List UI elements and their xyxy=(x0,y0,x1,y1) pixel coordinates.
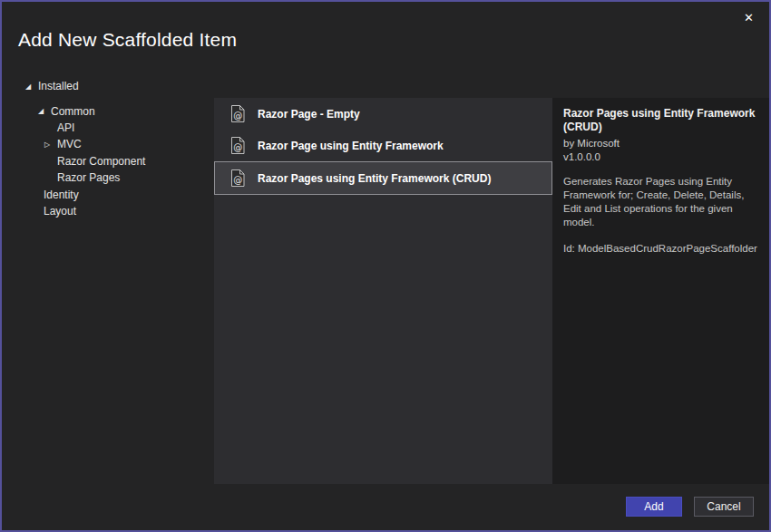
tree-item-label: Identity xyxy=(44,189,79,201)
list-item-razor-pages-ef-crud[interactable]: @ Razor Pages using Entity Framework (CR… xyxy=(214,161,552,195)
expander-expanded-icon[interactable]: ◢ xyxy=(38,107,51,115)
details-id: Id: ModelBasedCrudRazorPageScaffolder xyxy=(563,242,758,256)
razor-page-icon: @ xyxy=(230,169,246,188)
list-item-label: Razor Pages using Entity Framework (CRUD… xyxy=(258,172,491,185)
details-author: by Microsoft xyxy=(563,137,758,150)
details-version: v1.0.0.0 xyxy=(563,150,758,164)
tree-item-mvc[interactable]: ▷ MVC xyxy=(2,136,214,152)
category-tree: ◢ Installed ◢ Common API ▷ MVC Razor Com… xyxy=(2,78,214,480)
list-item-label: Razor Page - Empty xyxy=(258,108,360,121)
tree-item-label: Razor Component xyxy=(57,155,145,168)
tree-item-razor-pages[interactable]: Razor Pages xyxy=(2,169,214,186)
list-item-label: Razor Page using Entity Framework xyxy=(258,140,444,152)
list-item-razor-page-empty[interactable]: @ Razor Page - Empty xyxy=(214,98,552,130)
details-title: Razor Pages using Entity Framework (CRUD… xyxy=(563,107,758,134)
tree-item-label: MVC xyxy=(57,138,82,150)
expander-collapsed-icon[interactable]: ▷ xyxy=(44,140,57,149)
svg-text:@: @ xyxy=(233,175,242,185)
tree-item-label: API xyxy=(57,121,74,134)
tree-item-label: Layout xyxy=(44,205,76,218)
template-list: @ Razor Page - Empty @ Razor Page using … xyxy=(214,98,552,484)
tree-item-label: Common xyxy=(51,105,95,118)
cancel-button[interactable]: Cancel xyxy=(694,497,754,517)
tree-item-razor-component[interactable]: Razor Component xyxy=(2,153,214,169)
footer-buttons: Add Cancel xyxy=(626,497,754,517)
dialog-title: Add New Scaffolded Item xyxy=(18,29,237,51)
add-button[interactable]: Add xyxy=(626,497,682,517)
razor-page-icon: @ xyxy=(230,136,246,155)
tree-item-common[interactable]: ◢ Common xyxy=(2,102,214,119)
tree-item-label: Razor Pages xyxy=(57,171,120,184)
svg-text:@: @ xyxy=(233,142,242,152)
tree-item-api[interactable]: API xyxy=(2,120,214,136)
svg-text:@: @ xyxy=(233,111,242,121)
expander-expanded-icon[interactable]: ◢ xyxy=(25,82,38,91)
tree-item-label: Installed xyxy=(38,80,79,92)
razor-page-icon: @ xyxy=(230,104,246,123)
tree-item-installed[interactable]: ◢ Installed xyxy=(2,78,214,94)
details-panel: Razor Pages using Entity Framework (CRUD… xyxy=(552,98,769,484)
list-item-razor-page-ef[interactable]: @ Razor Page using Entity Framework xyxy=(214,130,552,161)
tree-item-layout[interactable]: Layout xyxy=(2,203,214,219)
details-description: Generates Razor Pages using Entity Frame… xyxy=(563,175,758,229)
close-icon[interactable]: ✕ xyxy=(738,9,758,27)
add-scaffolded-item-dialog: ✕ Add New Scaffolded Item ◢ Installed ◢ … xyxy=(0,0,771,532)
tree-item-identity[interactable]: Identity xyxy=(2,186,214,202)
